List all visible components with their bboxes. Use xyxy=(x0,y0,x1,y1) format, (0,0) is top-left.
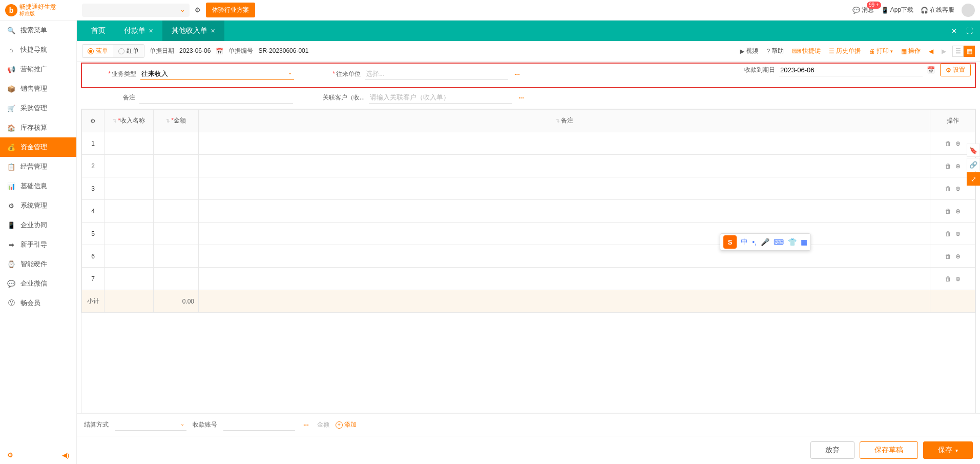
rel-customer-input[interactable] xyxy=(369,91,512,104)
delete-icon[interactable]: 🗑 xyxy=(945,163,951,170)
sidebar-item-inventory[interactable]: 🏠库存核算 xyxy=(0,118,76,137)
ime-skin-icon[interactable]: 👕 xyxy=(788,238,797,246)
cell-remark[interactable] xyxy=(199,155,930,177)
view-card-icon[interactable]: ▦ xyxy=(964,46,975,57)
doc-date-value[interactable]: 2023-06-06 xyxy=(177,46,213,56)
cell-income-name[interactable] xyxy=(105,177,154,200)
ime-mic-icon[interactable]: 🎤 xyxy=(761,238,769,246)
cell-remark[interactable] xyxy=(199,223,930,245)
float-expand-icon[interactable]: ⤢ xyxy=(967,172,980,186)
view-list-icon[interactable]: ☰ xyxy=(952,46,964,57)
add-row-icon[interactable]: ⊕ xyxy=(955,253,961,260)
delete-icon[interactable]: 🗑 xyxy=(945,208,951,215)
due-date-input[interactable] xyxy=(779,64,923,76)
delete-icon[interactable]: 🗑 xyxy=(945,185,951,192)
settings-icon[interactable]: ⚙ xyxy=(7,451,13,459)
sidebar-item-marketing[interactable]: 📢营销推广 xyxy=(0,59,76,79)
ime-keyboard-icon[interactable]: ⌨ xyxy=(774,238,784,246)
add-row-icon[interactable]: ⊕ xyxy=(955,275,961,283)
pay-account-more-icon[interactable]: ··· xyxy=(301,421,311,429)
sidebar-item-guide[interactable]: ➡新手引导 xyxy=(0,235,76,254)
cell-amount[interactable] xyxy=(154,155,199,177)
hotkey-link[interactable]: ⌨快捷键 xyxy=(790,46,823,56)
ime-toolbar[interactable]: S 中 •, 🎤 ⌨ 👕 ▦ xyxy=(720,233,811,251)
cell-remark[interactable] xyxy=(199,268,930,290)
experience-button[interactable]: 体验行业方案 xyxy=(206,3,255,17)
sidebar-item-hardware[interactable]: ⌚智能硬件 xyxy=(0,254,76,274)
help-link[interactable]: ?帮助 xyxy=(764,46,786,56)
discard-button[interactable]: 放弃 xyxy=(810,441,854,459)
close-icon[interactable]: ✕ xyxy=(211,28,215,34)
settings-button[interactable]: ⚙设置 xyxy=(940,64,971,76)
calendar-icon[interactable]: 📅 xyxy=(927,66,935,74)
tab[interactable]: 付款单✕ xyxy=(115,21,162,41)
sidebar-item-purchase[interactable]: 🛒采购管理 xyxy=(0,98,76,118)
sidebar-item-member[interactable]: Ⓥ畅会员 xyxy=(0,293,76,313)
cell-income-name[interactable] xyxy=(105,223,154,245)
cell-amount[interactable] xyxy=(154,268,199,290)
col-income-name[interactable]: ⇅*收入名称 xyxy=(105,110,154,132)
blue-doc-radio[interactable]: 蓝单 xyxy=(82,45,113,57)
collapse-icon[interactable]: ◀) xyxy=(62,451,69,459)
cell-income-name[interactable] xyxy=(105,245,154,268)
print-link[interactable]: 🖨打印▾ xyxy=(867,46,895,56)
video-link[interactable]: ▶视频 xyxy=(738,46,760,56)
ime-menu-icon[interactable]: ▦ xyxy=(801,238,807,246)
delete-icon[interactable]: 🗑 xyxy=(945,140,951,147)
customer-service-link[interactable]: 🎧 在线客服 xyxy=(921,6,954,14)
add-row-icon[interactable]: ⊕ xyxy=(955,140,961,147)
sidebar-item-sales[interactable]: 📦销售管理 xyxy=(0,79,76,98)
sidebar-item-collab[interactable]: 📱企业协同 xyxy=(0,215,76,235)
add-payment-button[interactable]: + 添加 xyxy=(336,420,357,429)
cell-amount[interactable] xyxy=(154,245,199,268)
cell-amount[interactable] xyxy=(154,200,199,223)
messages-link[interactable]: 💬 消息 99 + xyxy=(852,6,874,14)
prev-button[interactable]: ◀ xyxy=(927,47,935,56)
cell-amount[interactable] xyxy=(154,223,199,245)
unit-input[interactable] xyxy=(365,68,508,80)
pay-method-select[interactable] xyxy=(115,419,186,431)
close-icon[interactable]: ✕ xyxy=(149,28,153,34)
save-draft-button[interactable]: 保存草稿 xyxy=(860,441,918,459)
cell-remark[interactable] xyxy=(199,177,930,200)
calendar-icon[interactable]: 📅 xyxy=(216,48,223,55)
col-amount[interactable]: ⇅*金额 xyxy=(154,110,199,132)
add-row-icon[interactable]: ⊕ xyxy=(955,230,961,237)
next-button[interactable]: ▶ xyxy=(940,47,948,56)
remark-input[interactable] xyxy=(139,91,293,104)
unit-more-icon[interactable]: ··· xyxy=(512,70,522,78)
gear-icon[interactable]: ⚙ xyxy=(195,6,201,14)
sidebar-item-wecom[interactable]: 💬企业微信 xyxy=(0,274,76,293)
avatar[interactable] xyxy=(962,4,975,17)
ime-punct-icon[interactable]: •, xyxy=(752,238,757,246)
cell-remark[interactable] xyxy=(199,132,930,155)
add-row-icon[interactable]: ⊕ xyxy=(955,163,961,170)
tabs-expand-icon[interactable]: ⛶ xyxy=(964,25,975,36)
tabs-close-icon[interactable]: ✕ xyxy=(948,25,960,36)
save-button[interactable]: 保存 ▾ xyxy=(923,441,973,459)
tab[interactable]: 首页 xyxy=(82,21,115,41)
cell-amount[interactable] xyxy=(154,132,199,155)
float-link-icon[interactable]: 🔗 xyxy=(967,158,980,171)
float-bookmark-icon[interactable]: 🔖 xyxy=(967,144,980,157)
app-download-link[interactable]: 📱 App下载 xyxy=(881,6,913,14)
sidebar-item-operation[interactable]: 📋经营管理 xyxy=(0,157,76,176)
delete-icon[interactable]: 🗑 xyxy=(945,275,951,283)
col-config[interactable]: ⚙ xyxy=(82,110,105,132)
action-link[interactable]: ▦操作 xyxy=(899,46,923,56)
red-doc-radio[interactable]: 红单 xyxy=(113,45,144,57)
cell-income-name[interactable] xyxy=(105,155,154,177)
add-row-icon[interactable]: ⊕ xyxy=(955,185,961,192)
delete-icon[interactable]: 🗑 xyxy=(945,230,951,237)
rel-customer-more-icon[interactable]: ··· xyxy=(516,94,526,102)
delete-icon[interactable]: 🗑 xyxy=(945,253,951,260)
sidebar-item-search-menu[interactable]: 🔍搜索菜单 xyxy=(0,21,76,40)
sidebar-item-quick-nav[interactable]: ⌂快捷导航 xyxy=(0,40,76,59)
sidebar-item-funds[interactable]: 💰资金管理 xyxy=(0,137,76,157)
sidebar-item-system[interactable]: ⚙系统管理 xyxy=(0,196,76,215)
ime-lang[interactable]: 中 xyxy=(741,237,748,247)
cell-remark[interactable] xyxy=(199,245,930,268)
history-link[interactable]: ☰历史单据 xyxy=(827,46,863,56)
biz-type-select[interactable] xyxy=(140,68,294,80)
cell-amount[interactable] xyxy=(154,177,199,200)
